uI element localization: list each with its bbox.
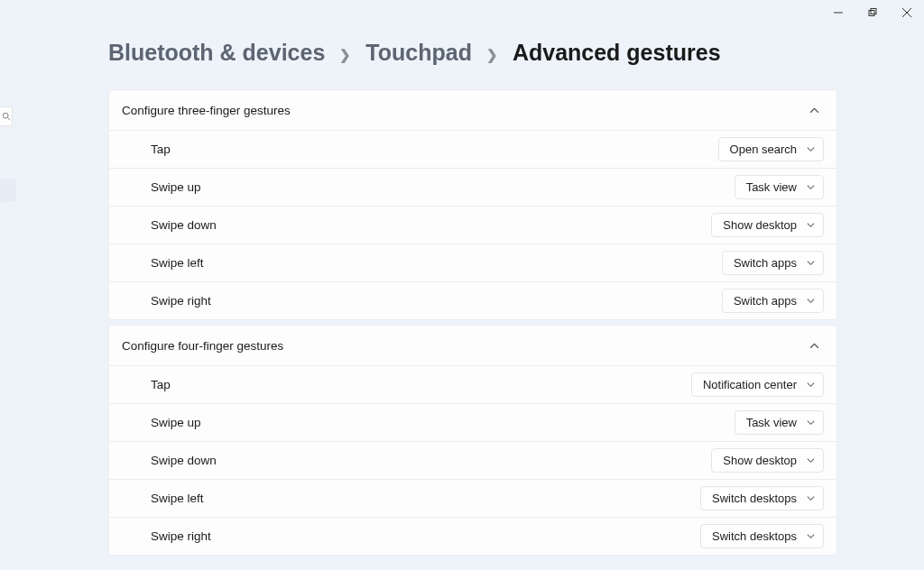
three-finger-header[interactable]: Configure three-finger gestures xyxy=(109,90,836,130)
chevron-up-icon xyxy=(808,340,820,352)
gesture-row-swipe-right: Swipe right Switch apps xyxy=(109,281,836,319)
nav-item-active[interactable] xyxy=(0,179,16,202)
chevron-right-icon: ❯ xyxy=(486,47,498,63)
chevron-right-icon: ❯ xyxy=(339,47,351,63)
swipe-right-action-dropdown[interactable]: Switch desktops xyxy=(700,524,824,548)
window-controls xyxy=(821,0,924,25)
gesture-label: Tap xyxy=(151,142,171,156)
swipe-right-action-dropdown[interactable]: Switch apps xyxy=(722,289,824,313)
minimize-button[interactable] xyxy=(821,0,855,25)
gesture-row-swipe-right: Swipe right Switch desktops xyxy=(109,517,836,555)
section-title: Configure three-finger gestures xyxy=(122,104,291,117)
dropdown-value: Switch desktops xyxy=(712,529,797,543)
swipe-up-action-dropdown[interactable]: Task view xyxy=(735,175,824,199)
search-input[interactable] xyxy=(0,106,13,126)
chevron-down-icon xyxy=(806,144,816,154)
dropdown-value: Switch desktops xyxy=(712,492,797,505)
breadcrumb: Bluetooth & devices ❯ Touchpad ❯ Advance… xyxy=(108,40,837,66)
dropdown-value: Notification center xyxy=(703,378,797,391)
dropdown-value: Task view xyxy=(746,416,797,429)
dropdown-value: Switch apps xyxy=(734,256,797,270)
gesture-row-swipe-up: Swipe up Task view xyxy=(109,403,836,441)
three-finger-section: Configure three-finger gestures Tap Open… xyxy=(108,89,837,320)
four-finger-section: Configure four-finger gestures Tap Notif… xyxy=(108,325,837,556)
search-icon xyxy=(2,112,11,121)
main-content: Bluetooth & devices ❯ Touchpad ❯ Advance… xyxy=(108,40,837,560)
svg-rect-2 xyxy=(871,9,876,14)
page-title: Advanced gestures xyxy=(513,40,721,66)
svg-rect-1 xyxy=(869,11,874,16)
dropdown-value: Switch apps xyxy=(734,294,797,308)
dropdown-value: Show desktop xyxy=(723,454,797,467)
breadcrumb-level1[interactable]: Bluetooth & devices xyxy=(108,40,325,66)
swipe-up-action-dropdown[interactable]: Task view xyxy=(735,410,824,435)
chevron-down-icon xyxy=(806,493,816,503)
gesture-label: Swipe left xyxy=(151,256,204,270)
tap-action-dropdown[interactable]: Notification center xyxy=(691,372,824,397)
gesture-row-swipe-down: Swipe down Show desktop xyxy=(109,441,836,479)
dropdown-value: Task view xyxy=(746,180,797,194)
gesture-label: Swipe up xyxy=(151,180,201,194)
gesture-label: Swipe right xyxy=(151,294,211,308)
swipe-down-action-dropdown[interactable]: Show desktop xyxy=(711,448,824,473)
four-finger-header[interactable]: Configure four-finger gestures xyxy=(109,326,836,365)
minimize-icon xyxy=(834,8,843,17)
chevron-down-icon xyxy=(806,418,816,428)
chevron-down-icon xyxy=(806,296,816,306)
svg-line-6 xyxy=(7,118,10,121)
maximize-icon xyxy=(868,8,877,17)
maximize-button[interactable] xyxy=(855,0,890,25)
gesture-row-swipe-up: Swipe up Task view xyxy=(109,168,836,206)
chevron-down-icon xyxy=(806,220,816,230)
gesture-row-swipe-left: Swipe left Switch desktops xyxy=(109,479,836,517)
chevron-up-icon xyxy=(808,105,820,116)
gesture-label: Tap xyxy=(151,378,171,391)
gesture-label: Swipe right xyxy=(151,529,211,543)
gesture-label: Swipe up xyxy=(151,416,201,429)
gesture-label: Swipe left xyxy=(151,492,204,505)
gesture-row-swipe-down: Swipe down Show desktop xyxy=(109,206,836,244)
chevron-down-icon xyxy=(806,182,816,192)
swipe-left-action-dropdown[interactable]: Switch desktops xyxy=(700,486,824,510)
chevron-down-icon xyxy=(806,455,816,465)
gesture-label: Swipe down xyxy=(151,454,217,467)
chevron-down-icon xyxy=(806,258,816,268)
swipe-down-action-dropdown[interactable]: Show desktop xyxy=(711,213,824,237)
svg-point-5 xyxy=(3,113,8,118)
close-button[interactable] xyxy=(890,0,924,25)
chevron-down-icon xyxy=(806,380,816,390)
close-icon xyxy=(902,8,911,17)
chevron-down-icon xyxy=(806,531,816,541)
dropdown-value: Show desktop xyxy=(723,218,797,232)
breadcrumb-level2[interactable]: Touchpad xyxy=(365,40,472,66)
section-title: Configure four-finger gestures xyxy=(122,339,283,353)
swipe-left-action-dropdown[interactable]: Switch apps xyxy=(722,251,824,275)
tap-action-dropdown[interactable]: Open search xyxy=(718,137,824,161)
gesture-row-tap: Tap Open search xyxy=(109,130,836,168)
dropdown-value: Open search xyxy=(730,142,797,156)
gesture-row-tap: Tap Notification center xyxy=(109,365,836,403)
gesture-row-swipe-left: Swipe left Switch apps xyxy=(109,244,836,281)
gesture-label: Swipe down xyxy=(151,218,217,232)
